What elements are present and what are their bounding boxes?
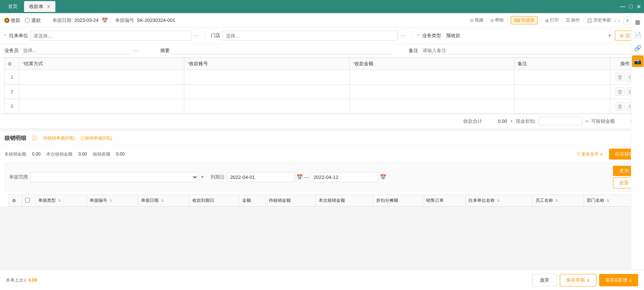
table-settings-icon[interactable]: ⚙ — [8, 61, 12, 67]
bt-checkbox-header — [22, 195, 35, 207]
prev-icon[interactable]: ‹ — [614, 17, 617, 24]
action-shortcut[interactable]: ⌨ 快捷键 — [511, 16, 538, 24]
row-num-1: 1 — [5, 70, 19, 85]
sort-dept-icon[interactable]: ⇅ — [606, 199, 609, 203]
maximize-icon[interactable]: □ — [629, 3, 633, 10]
bottom-table-wrapper: ⚙ 单据类型 ⇅ 单据编号 ⇅ — [0, 195, 644, 207]
row-3-delete-btn[interactable]: 🗑 — [616, 102, 625, 110]
remark-input[interactable] — [420, 47, 640, 54]
date-to-calendar-icon[interactable]: 📅 — [380, 174, 386, 180]
tab-home[interactable]: 首页 — [3, 1, 23, 12]
action-video[interactable]: ⊙ 视频 — [470, 17, 483, 23]
row-1-remark[interactable] — [514, 70, 610, 85]
bt-settings-icon[interactable]: ⚙ — [12, 198, 16, 203]
date-to-input[interactable] — [310, 172, 378, 182]
bt-select-all-checkbox[interactable] — [25, 198, 30, 203]
shop-more-icon[interactable]: ··· — [401, 32, 405, 39]
gear-icon: ⚙ — [620, 33, 624, 39]
sort-doc-num-icon[interactable]: ⇅ — [109, 199, 112, 203]
action-operations[interactable]: ☰ 操作 — [566, 17, 580, 23]
th-doc-type: 单据类型 ⇅ — [35, 195, 87, 207]
row-1-account[interactable] — [184, 70, 349, 85]
row-2-settlement[interactable] — [19, 85, 184, 99]
verified-tab[interactable]: 已核销单据(0笔) — [80, 135, 112, 141]
range-dropdown-icon[interactable]: ▼ — [200, 175, 205, 180]
draft-dropdown-icon[interactable]: ∧ — [586, 278, 590, 283]
th-staff-name: 员工名称 ⇅ — [532, 195, 584, 207]
business-type-group: * 业务类型 预收款 ▼ — [417, 31, 612, 40]
view-list-btn[interactable]: ≡ — [624, 17, 631, 24]
chevron-nav: ‹ › — [614, 17, 621, 24]
radio-refund[interactable]: 退款 — [25, 17, 41, 24]
row-3-settlement[interactable] — [19, 99, 184, 114]
row-1-delete-btn[interactable]: 🗑 — [616, 73, 625, 81]
sidebar-camera-icon[interactable]: 📷 — [632, 55, 644, 67]
tab-bar: 首页 收款单 ✕ — □ ✕ — [0, 0, 644, 13]
date-from-input[interactable] — [227, 172, 295, 182]
action-help[interactable]: ⊙ 帮助 — [490, 17, 504, 23]
row-3-amount[interactable] — [349, 99, 514, 114]
sort-doc-date-icon[interactable]: ⇅ — [161, 199, 164, 203]
table-settings-header: ⚙ — [5, 58, 19, 70]
row-2-remark[interactable] — [514, 85, 610, 99]
sort-staff-icon[interactable]: ⇅ — [555, 199, 558, 203]
row-2-amount[interactable] — [349, 85, 514, 99]
radio-receipt[interactable]: 收款 — [4, 17, 20, 24]
total-label: 收款合计 — [463, 118, 482, 125]
verify-diff-value: 0.00 — [116, 152, 125, 157]
th-doc-date: 单据日期 ⇅ — [138, 195, 189, 207]
th-counterparty-name: 往来单位名称 ⇅ — [465, 195, 532, 207]
range-select[interactable] — [30, 172, 198, 182]
business-type-dropdown-icon[interactable]: ▼ — [608, 33, 612, 38]
filter-more-btn[interactable]: ▽ 更多条件 ∧ — [577, 151, 603, 157]
calendar-icon[interactable]: 📅 — [102, 17, 108, 23]
staff-input[interactable] — [21, 47, 130, 54]
save-new-button[interactable]: 保存&新增 ∧ — [599, 274, 638, 286]
discount-input[interactable] — [539, 117, 582, 125]
radio-receipt-input[interactable] — [4, 18, 9, 23]
row-1-amount[interactable] — [349, 70, 514, 85]
sort-counterparty-icon[interactable]: ⇅ — [497, 199, 500, 203]
row-1-settlement[interactable] — [19, 70, 184, 85]
bt-settings-header: ⚙ — [9, 195, 22, 207]
shop-input[interactable] — [223, 31, 398, 41]
counterparty-more-icon[interactable]: ··· — [194, 32, 199, 39]
row-2-delete-btn[interactable]: 🗑 — [616, 87, 625, 96]
current-verify-label: 本次核销金额 — [46, 151, 72, 157]
sort-doc-type-icon[interactable]: ⇅ — [58, 199, 61, 203]
tab-close-icon[interactable]: ✕ — [47, 4, 50, 9]
sidebar-document-icon[interactable]: 📄 — [632, 29, 644, 41]
close-icon[interactable]: ✕ — [636, 3, 641, 10]
receipt-table-wrapper: ⚙ *结算方式 *收款账号 *收款金额 备注 操作 1 — [0, 58, 644, 114]
th-remark: 备注 — [514, 58, 610, 70]
row-num-3: 3 — [5, 99, 19, 114]
row-3-remark[interactable] — [514, 99, 610, 114]
date-from-calendar-icon[interactable]: 📅 — [297, 174, 303, 180]
save-new-dropdown-icon[interactable]: ∧ — [629, 278, 632, 283]
abandon-button[interactable]: 放弃 — [532, 274, 557, 286]
form-section: 收款 退款 单据日期 2023-03-24 📅 单据编号 SK-20230324… — [0, 13, 644, 128]
save-draft-button[interactable]: 保存草稿 ∧ — [560, 274, 596, 286]
verify-section: 核销明细 ⓘ 待核销单据(0笔) 已核销单据(0笔) 未核销金额 0.00 本次… — [0, 131, 644, 207]
verify-info-icon[interactable]: ⓘ — [32, 135, 37, 142]
action-print[interactable]: 🖨 打印 — [545, 17, 559, 23]
sidebar-table-icon[interactable]: ▦ — [632, 16, 644, 28]
doc-date-value: 2023-03-24 — [74, 17, 99, 23]
counterparty-input[interactable] — [30, 31, 191, 41]
row-2-account[interactable] — [184, 85, 349, 99]
pending-verify-tab[interactable]: 待核销单据(0笔) — [43, 135, 75, 141]
tab-receipt[interactable]: 收款单 ✕ — [24, 1, 55, 12]
verify-diff-label: 核销差额 — [93, 151, 110, 157]
table-row: 3 🗑 ⧉ — [5, 99, 640, 114]
minimize-icon[interactable]: — — [620, 3, 625, 10]
th-dept-name: 部门名称 ⇅ — [584, 195, 635, 207]
radio-refund-input[interactable] — [25, 18, 30, 23]
action-history[interactable]: 📋 历史单据 — [587, 17, 611, 23]
business-type-label: 业务类型 — [422, 32, 441, 39]
next-icon[interactable]: › — [617, 17, 621, 24]
verify-stats: 未核销金额 0.00 本次核销金额 0.00 核销差额 0.00 ▽ 更多条件 … — [0, 146, 644, 162]
summary-input[interactable] — [172, 47, 391, 54]
row-3-account[interactable] — [184, 99, 349, 114]
sidebar-link-icon[interactable]: 🔗 — [632, 42, 644, 54]
staff-more-icon[interactable]: ··· — [133, 47, 138, 54]
